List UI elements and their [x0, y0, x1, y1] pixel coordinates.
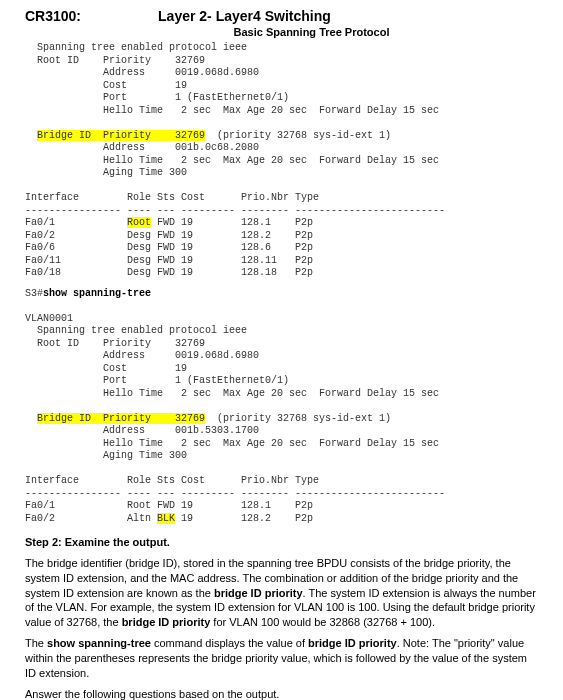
- step2-paragraph-3: Answer the following questions based on …: [25, 687, 538, 700]
- step2-paragraph-1: The bridge identifier (bridge ID), store…: [25, 556, 538, 630]
- terminal-output-1: Spanning tree enabled protocol ieee Root…: [25, 42, 538, 280]
- root-role-highlight: Root: [127, 217, 151, 228]
- course-code: CR3100:: [25, 8, 155, 24]
- page-subtitle: Basic Spanning Tree Protocol: [85, 26, 538, 38]
- terminal-command-2: S3#show spanning-tree VLAN0001 Spanning …: [25, 288, 538, 526]
- show-spanning-tree-cmd: show spanning-tree: [43, 288, 151, 299]
- step2-paragraph-2: The show spanning-tree command displays …: [25, 636, 538, 681]
- bridge-id-highlight-2: Bridge ID Priority 32769: [37, 413, 205, 424]
- page-header: CR3100: Layer 2- Layer4 Switching: [25, 8, 538, 24]
- blk-status-highlight: BLK: [157, 513, 175, 524]
- step2-heading: Step 2: Examine the output.: [25, 535, 538, 550]
- course-title: Layer 2- Layer4 Switching: [158, 8, 331, 24]
- bridge-id-highlight: Bridge ID Priority 32769: [37, 130, 205, 141]
